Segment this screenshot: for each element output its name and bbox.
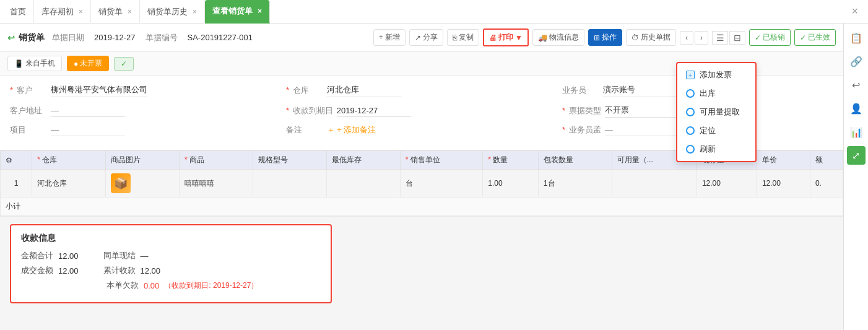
address-value[interactable]: — <box>51 105 125 117</box>
add-note-button[interactable]: ＋ + 添加备注 <box>327 124 376 136</box>
copy-button[interactable]: ⎘ 复制 <box>447 29 479 46</box>
doc-header: ↩ 销货单 单据日期 2019-12-27 单据编号 SA-20191227-0… <box>0 24 843 52</box>
new-button[interactable]: + 新增 <box>373 29 406 46</box>
payment-box: 收款信息 金额合计 12.00 同单现结 — 成交金额 12.00 累计收款 1… <box>10 224 332 303</box>
invoice-icon: + <box>686 71 695 79</box>
arrears-note: （收款到期日: 2019-12-27） <box>164 280 258 291</box>
from-phone-button[interactable]: 📱 来自手机 <box>7 56 62 71</box>
grid-view-button[interactable]: ⊟ <box>729 31 745 45</box>
ticket-required: * <box>562 106 565 115</box>
print-button[interactable]: 🖨 打印 ▼ <box>483 28 529 46</box>
row-num: 1 <box>1 170 32 198</box>
dropdown-add-invoice-label: 添加发票 <box>700 69 732 80</box>
not-opened-button[interactable]: ● 未开票 <box>67 56 109 71</box>
tab-sales[interactable]: 销货单 × <box>91 0 140 24</box>
payment-row-2: 成交金额 12.00 累计收款 12.00 <box>21 265 321 276</box>
list-view-button[interactable]: ☰ <box>712 31 728 45</box>
sidebar-expand-icon[interactable]: ⤢ <box>847 146 866 165</box>
tab-inventory[interactable]: 库存期初 × <box>34 0 91 24</box>
row-min-stock <box>326 170 400 198</box>
doc-type-icon: ↩ <box>7 33 15 43</box>
ticket-value[interactable]: 不开票 <box>605 103 679 118</box>
dropdown-add-invoice[interactable]: + 添加发票 <box>677 66 755 84</box>
dropdown-refresh[interactable]: 刷新 <box>677 140 755 158</box>
sidebar-user-icon[interactable]: 👤 <box>847 99 866 118</box>
customer-required: * <box>10 85 13 95</box>
prev-button[interactable]: ‹ <box>680 31 693 45</box>
next-button[interactable]: › <box>695 31 708 45</box>
subtotal-row: 小计 <box>1 198 843 216</box>
tab-view-sales[interactable]: 查看销货单 × <box>205 0 270 24</box>
tab-home[interactable]: 首页 <box>5 0 34 24</box>
dropdown-outbound-label: 出库 <box>700 88 716 99</box>
sold-button[interactable]: ✓ 已核销 <box>749 29 791 46</box>
col-price: 单价 <box>757 151 810 170</box>
sidebar-link-icon[interactable]: 🔗 <box>847 52 866 71</box>
tab-sales-close[interactable]: × <box>128 7 132 16</box>
dropdown-locate[interactable]: 定位 <box>677 121 755 140</box>
date-value: 2019-12-27 <box>94 33 136 42</box>
green-check-icon: ✓ <box>121 59 127 68</box>
tab-sales-history[interactable]: 销货单历史 × <box>140 0 205 24</box>
tab-home-label: 首页 <box>10 6 26 17</box>
available-qty-icon <box>686 108 695 116</box>
copy-icon: ⎘ <box>453 33 457 42</box>
share-button[interactable]: ↗ 分享 <box>409 29 443 46</box>
table-row: 1 河北仓库 📦 嘻嘻嘻嘻 台 1.00 1台 12.00 12.00 0. <box>1 170 843 198</box>
accumulated-value: 12.00 <box>141 266 161 276</box>
dropdown-locate-label: 定位 <box>700 125 716 136</box>
check-icon: ✓ <box>755 33 761 42</box>
warehouse-value[interactable]: 河北仓库 <box>327 83 401 97</box>
doc-meta: 单据日期 2019-12-27 单据编号 SA-20191227-001 <box>52 32 253 43</box>
dropdown-outbound[interactable]: 出库 <box>677 84 755 103</box>
logistics-button[interactable]: 🚚 物流信息 <box>532 29 584 46</box>
col-spec: 规格型号 <box>253 151 326 170</box>
due-date-value[interactable]: 2019-12-27 <box>337 105 411 117</box>
tab-view-sales-label: 查看销货单 <box>212 6 253 17</box>
window-close-button[interactable]: × <box>846 5 863 18</box>
staff2-value[interactable]: — <box>605 124 679 136</box>
check2-icon: ✓ <box>800 33 806 42</box>
col-warehouse: 仓库 <box>32 151 106 170</box>
col-pack-qty: 包装数量 <box>538 151 612 170</box>
sidebar-return-icon[interactable]: ↩ <box>847 76 866 94</box>
outbound-icon <box>686 89 695 98</box>
history-icon: ⏱ <box>631 33 639 42</box>
tab-view-sales-close[interactable]: × <box>258 7 262 15</box>
transaction-label: 成交金额 <box>21 265 53 276</box>
sidebar-clipboard-icon[interactable]: 📋 <box>847 28 866 47</box>
row-product: 嘻嘻嘻嘻 <box>179 170 253 198</box>
dropdown-available-qty-label: 可用量提取 <box>700 106 740 118</box>
col-image: 商品图片 <box>106 151 180 170</box>
history-button[interactable]: ⏱ 历史单据 <box>626 29 676 46</box>
print-dropdown-icon: ▼ <box>515 33 523 42</box>
total-label: 金额合计 <box>21 250 53 261</box>
header-actions: + 新增 ↗ 分享 ⎘ 复制 🖨 打印 ▼ 🚚 物流信息 ⊞ 操作 <box>373 28 836 46</box>
customer-field: * 客户 柳州粤港平安气体有限公司 <box>10 83 281 97</box>
tab-sales-history-close[interactable]: × <box>193 7 197 16</box>
customer-value[interactable]: 柳州粤港平安气体有限公司 <box>51 83 147 97</box>
tab-bar: 首页 库存期初 × 销货单 × 销货单历史 × 查看销货单 × × <box>0 0 868 24</box>
product-image: 📦 <box>111 173 131 193</box>
project-label: 项目 <box>10 124 47 136</box>
row-price: 12.00 <box>757 170 810 198</box>
total-amount-item: 金额合计 12.00 <box>21 250 79 261</box>
dropdown-available-qty[interactable]: 可用量提取 <box>677 103 755 121</box>
row-current: 12.00 <box>697 170 757 198</box>
staff-value[interactable]: 演示账号 <box>603 83 677 97</box>
transaction-item: 成交金额 12.00 <box>21 265 79 276</box>
address-field: 客户地址 — <box>10 105 281 117</box>
operations-button[interactable]: ⊞ 操作 <box>588 29 622 46</box>
check-button[interactable]: ✓ <box>114 57 134 71</box>
plus-icon: ＋ <box>327 124 335 136</box>
transaction-value: 12.00 <box>58 266 79 276</box>
customer-label: * 客户 <box>10 85 47 96</box>
tab-inventory-close[interactable]: × <box>79 7 83 16</box>
effective-button[interactable]: ✓ 已生效 <box>794 29 836 46</box>
sidebar-chart-icon[interactable]: 📊 <box>847 123 866 141</box>
same-order-item: 同单现结 — <box>103 250 149 261</box>
number-label: 单据编号 <box>145 32 178 43</box>
project-value[interactable]: — <box>51 124 125 136</box>
due-date-field: * 收款到期日 2019-12-27 <box>286 105 557 117</box>
warehouse-required: * <box>286 85 289 95</box>
